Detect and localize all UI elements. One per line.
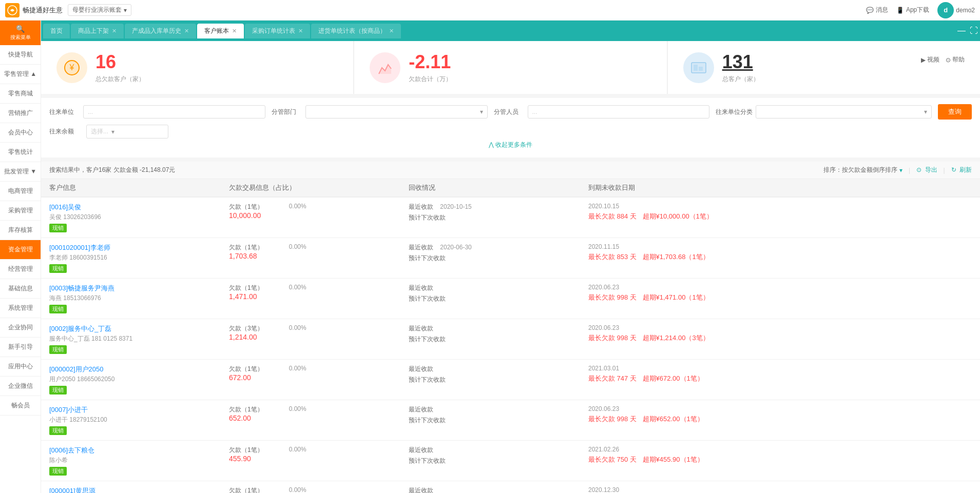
debt-amount[interactable]: 10,000.00	[229, 211, 263, 220]
balance-select[interactable]: 选择... ▾	[86, 125, 168, 139]
sidebar-search[interactable]: 🔍 搜索菜单	[0, 21, 41, 45]
debt-cell: 欠款（1笔） 10,000.00 0.00%	[229, 203, 409, 232]
sidebar-item-purchase[interactable]: 采购管理	[0, 201, 41, 221]
customer-name-link[interactable]: [0001020001]李老师	[49, 243, 229, 252]
sidebar-item-app-center[interactable]: 应用中心	[0, 357, 41, 377]
sidebar-item-retail-store[interactable]: 零售商城	[0, 84, 41, 104]
sidebar-item-finance[interactable]: 资金管理	[0, 240, 41, 260]
sidebar-item-basic[interactable]: 基础信息	[0, 279, 41, 299]
dept-filter: 分管部门 ▾	[272, 105, 488, 119]
collection-cell: 最近收款 预计下次收款	[409, 486, 588, 493]
sidebar-item-retail-stats[interactable]: 零售统计	[0, 143, 41, 162]
sidebar-item-vip[interactable]: 畅会员	[0, 396, 41, 416]
last-collect-label: 最近收款	[409, 487, 433, 493]
overdue-amount-link[interactable]: 超期¥455.90（1笔）	[643, 456, 704, 463]
debt-amount[interactable]: 455.90	[229, 455, 263, 463]
help-icon: ⊙	[946, 56, 951, 64]
customer-name-link[interactable]: [0006]去下粮仓	[49, 446, 229, 455]
app-download-action[interactable]: 📱 App下载	[896, 6, 929, 14]
debt-percent: 0.00%	[289, 324, 306, 331]
window-maximize-icon[interactable]: ⛶	[970, 26, 978, 35]
overdue-amount-link[interactable]: 超期¥1,703.68（1笔）	[643, 253, 709, 261]
customer-name-link[interactable]: [0007]小进干	[49, 405, 229, 415]
user-profile[interactable]: d demo2	[937, 2, 975, 18]
debtors-info: 16 总欠款客户（家）	[95, 51, 145, 84]
stat-card-total: 131 总客户（家） ▶ 视频 ⊙ 帮助	[668, 41, 980, 94]
sidebar-item-retail-mgmt[interactable]: 零售管理 ▲	[0, 65, 41, 84]
sidebar-item-batch[interactable]: 批发管理 ▼	[0, 162, 41, 182]
customer-name-link[interactable]: [0003]畅捷服务尹海燕	[49, 284, 229, 293]
tab-product-off[interactable]: 商品上下架 ✕	[71, 24, 124, 38]
nav-label: 企业微信	[2, 382, 39, 390]
sidebar-item-guide[interactable]: 新手引导	[0, 338, 41, 357]
result-actions: 排序：按欠款金额倒序排序 ▾ | ⊙ 导出 | ↻ 刷新	[823, 166, 972, 174]
customer-name-link[interactable]: [0016]吴俊	[49, 203, 229, 212]
customer-cell: [000001]黄思源 黄思源 13552700226 现销	[49, 486, 229, 493]
overdue-amount-link[interactable]: 超期¥652.00（1笔）	[643, 415, 704, 423]
logo-area: 畅捷通好生意	[5, 3, 63, 17]
close-icon[interactable]: ✕	[232, 28, 237, 34]
help-action[interactable]: ⊙ 帮助	[946, 55, 965, 64]
last-collect-label: 最近收款	[409, 406, 433, 413]
debt-amount[interactable]: 1,214.00	[229, 333, 263, 341]
close-icon[interactable]: ✕	[298, 28, 303, 34]
customer-contact: 海燕 18513066976	[49, 294, 229, 303]
debt-amount[interactable]: 652.00	[229, 414, 263, 422]
sidebar-item-quick-nav[interactable]: 快捷导航	[0, 45, 41, 65]
overdue-amount-link[interactable]: 超期¥1,471.00（1笔）	[643, 293, 709, 301]
customer-name-link[interactable]: [000002]用户2050	[49, 365, 229, 374]
tab-purchase-stats[interactable]: 采购订单统计表 ✕	[245, 24, 310, 38]
collapse-row[interactable]: ⋀ 收起更多条件	[49, 139, 972, 151]
close-icon[interactable]: ✕	[184, 28, 189, 34]
overdue-amount-link[interactable]: 超期¥10,000.00（1笔）	[643, 212, 713, 220]
overdue-days: 最长欠款 998 天	[588, 334, 637, 342]
debt-cell: 欠款（3笔） 1,214.00 0.00%	[229, 324, 409, 354]
app-name: 畅捷通好生意	[23, 6, 63, 15]
export-action[interactable]: ⊙ 导出	[916, 166, 937, 174]
window-minimize-icon[interactable]: —	[957, 26, 966, 35]
customer-name-link[interactable]: [0002]服务中心_丁磊	[49, 324, 229, 333]
customer-cell: [000002]用户2050 用户2050 18665062050 现销	[49, 365, 229, 395]
nav-label: 电商管理	[2, 187, 39, 195]
person-input[interactable]: ...	[528, 105, 710, 119]
from-unit-input[interactable]: ...	[83, 105, 265, 119]
refresh-action[interactable]: ↻ 刷新	[951, 166, 972, 174]
table-row: [0002]服务中心_丁磊 服务中心_丁磊 181 0125 8371 现销 欠…	[41, 319, 980, 360]
next-collect-label: 预计下次收款	[409, 376, 446, 383]
close-icon[interactable]: ✕	[389, 28, 394, 34]
close-icon[interactable]: ✕	[112, 28, 117, 34]
unit-type-select[interactable]: ▾	[756, 105, 932, 119]
sidebar-item-inventory[interactable]: 库存核算	[0, 221, 41, 240]
tab-customer-account[interactable]: 客户账本 ✕	[197, 24, 244, 38]
nav-label: 零售统计	[2, 148, 39, 156]
sidebar-item-wechat[interactable]: 企业微信	[0, 377, 41, 396]
stat-card-debt-total: -2.11 欠款合计（万）	[354, 41, 667, 94]
view-action[interactable]: ▶ 视频	[921, 55, 939, 64]
sidebar-item-marketing[interactable]: 营销推广	[0, 104, 41, 123]
industry-selector[interactable]: 母婴行业演示账套 ▾	[68, 4, 131, 16]
tab-home[interactable]: 首页	[43, 24, 70, 38]
due-date: 2020.11.15	[588, 243, 619, 250]
next-collect-label: 预计下次收款	[409, 295, 446, 302]
sidebar-item-ecommerce[interactable]: 电商管理	[0, 182, 41, 201]
overdue-amount-link[interactable]: 超期¥1,214.00（3笔）	[643, 334, 709, 342]
sidebar-item-system[interactable]: 系统管理	[0, 299, 41, 318]
sort-select[interactable]: 排序：按欠款金额倒序排序 ▾	[823, 166, 902, 174]
due-cell: 2021.02.26 最长欠款 750 天 超期¥455.90（1笔）	[588, 446, 972, 476]
tab-purchase-summary[interactable]: 进货单统计表（按商品） ✕	[311, 24, 401, 38]
customer-tag: 现销	[49, 467, 67, 476]
customer-name-link[interactable]: [000001]黄思源	[49, 486, 229, 493]
query-button[interactable]: 查询	[938, 104, 972, 120]
debt-amount[interactable]: 1,471.00	[229, 292, 263, 301]
tab-label: 商品上下架	[78, 27, 109, 35]
sidebar-item-member[interactable]: 会员中心	[0, 123, 41, 143]
overdue-amount-link[interactable]: 超期¥672.00（1笔）	[643, 374, 704, 382]
debt-amount[interactable]: 1,703.68	[229, 252, 263, 260]
dept-select[interactable]: ▾	[305, 105, 488, 119]
tab-produce-history[interactable]: 产成品入库单历史 ✕	[125, 24, 196, 38]
sidebar-item-enterprise[interactable]: 企业协同	[0, 318, 41, 338]
sidebar-item-ops[interactable]: 经营管理	[0, 260, 41, 279]
due-cell: 2020.11.15 最长欠款 853 天 超期¥1,703.68（1笔）	[588, 243, 972, 273]
message-action[interactable]: 💬 消息	[866, 6, 888, 14]
debt-amount[interactable]: 672.00	[229, 373, 263, 382]
